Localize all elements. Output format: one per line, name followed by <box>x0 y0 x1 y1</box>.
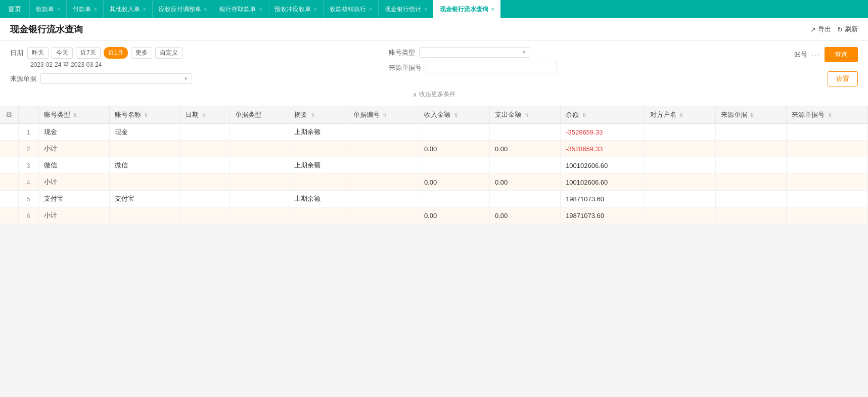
col-doc-type: 单据类型 <box>230 106 289 124</box>
close-icon[interactable]: × <box>424 7 427 12</box>
nav-home[interactable]: 首页 <box>0 0 29 18</box>
col-summary[interactable]: 摘要 ⇅ <box>289 106 348 124</box>
nav-tab-xianjinliushui[interactable]: 现金银行流水查询 × <box>433 0 500 18</box>
nav-tab-yinhangcunqu[interactable]: 银行存取款单 × <box>213 0 268 18</box>
col-source-doc[interactable]: 来源单据 ⇅ <box>715 106 786 124</box>
table-header-row: ⚙ 账号类型 ⇅ 账号名称 ⇅ 日期 ⇅ 单据类型 <box>0 106 868 124</box>
col-account-name[interactable]: 账号名称 ⇅ <box>109 106 180 124</box>
cell-source-doc <box>715 141 786 157</box>
cell-summary <box>289 141 348 157</box>
date-btn-yesterday[interactable]: 昨天 <box>27 47 49 59</box>
nav-tab-qitashouru[interactable]: 其他收入单 × <box>103 0 152 18</box>
nav-tab-shoukuanhexiao[interactable]: 收款核销执行 × <box>323 0 378 18</box>
cell-income <box>419 124 489 141</box>
date-btn-today[interactable]: 今天 <box>52 47 73 59</box>
gear-icon[interactable]: ⚙ <box>6 110 12 119</box>
header-actions: ↗ 导出 ↻ 刷新 <box>810 25 858 34</box>
nav-tab-xianjinyinhang-stat[interactable]: 现金银行统计 × <box>378 0 433 18</box>
row-num: 4 <box>18 174 38 191</box>
date-btn-custom[interactable]: 自定义 <box>155 47 182 59</box>
table-row: 3 微信 微信 上期余额 100102606.60 <box>0 157 868 174</box>
sort-icon: ⇅ <box>73 113 77 118</box>
cell-account-name <box>109 174 180 191</box>
col-rownum <box>18 106 38 124</box>
cell-counterparty <box>645 157 715 174</box>
close-icon[interactable]: × <box>314 7 317 12</box>
table-row: 6 小计 0.00 0.00 19871073.60 <box>0 207 868 224</box>
col-source-doc-num[interactable]: 来源单据号 ⇅ <box>786 106 867 124</box>
source-doc-select[interactable]: ▾ <box>40 73 192 84</box>
cell-doc-num <box>348 124 419 141</box>
cell-source-doc <box>715 124 786 141</box>
export-button[interactable]: ↗ 导出 <box>810 25 831 34</box>
row-num: 3 <box>18 157 38 174</box>
close-icon[interactable]: × <box>204 7 207 12</box>
refresh-button[interactable]: ↻ 刷新 <box>837 25 858 34</box>
close-icon[interactable]: × <box>57 7 60 12</box>
sort-icon: ⇅ <box>383 113 387 118</box>
cell-doc-type <box>230 124 289 141</box>
date-btn-1month[interactable]: 近1月 <box>104 47 128 59</box>
settings-button[interactable]: 设置 <box>828 71 858 86</box>
export-icon: ↗ <box>810 26 816 33</box>
nav-tab-shoukuandan[interactable]: 收款单 × <box>29 0 66 18</box>
cell-source-doc-num <box>786 157 867 174</box>
sort-icon: ⇅ <box>679 113 683 118</box>
sort-icon: ⇅ <box>582 113 586 118</box>
col-doc-num[interactable]: 单据编号 ⇅ <box>348 106 419 124</box>
nav-tab-fukuandan[interactable]: 付款单 × <box>66 0 103 18</box>
cell-balance: -3528659.33 <box>561 124 645 141</box>
close-icon[interactable]: × <box>369 7 372 12</box>
cell-counterparty <box>645 191 715 207</box>
cell-date <box>180 124 230 141</box>
cell-doc-num <box>348 141 419 157</box>
collapse-bar[interactable]: ∧ 收起更多条件 <box>10 88 858 100</box>
cell-account-type: 微信 <box>38 157 109 174</box>
cell-source-doc-num <box>786 174 867 191</box>
close-icon[interactable]: × <box>259 7 262 12</box>
cell-summary <box>289 207 348 224</box>
cell-expense <box>490 157 561 174</box>
close-icon[interactable]: × <box>94 7 97 12</box>
chevron-down-icon: ▾ <box>185 75 188 82</box>
col-counterparty[interactable]: 对方户名 ⇅ <box>645 106 715 124</box>
account-dots-button[interactable]: ··· <box>811 51 820 59</box>
cell-doc-num <box>348 157 419 174</box>
close-icon[interactable]: × <box>491 7 494 12</box>
row-settings <box>0 124 18 141</box>
cell-account-name: 支付宝 <box>109 191 180 207</box>
table-row: 2 小计 0.00 0.00 -3528659.33 <box>0 141 868 157</box>
cell-doc-type <box>230 157 289 174</box>
date-btn-more[interactable]: 更多 <box>131 47 152 59</box>
close-icon[interactable]: × <box>143 7 146 12</box>
table-row: 1 现金 现金 上期余额 -3528659.33 <box>0 124 868 141</box>
source-doc-num-label: 来源单据号 <box>389 63 422 72</box>
source-doc-num-input[interactable] <box>426 62 557 73</box>
cell-source-doc <box>715 157 786 174</box>
table-row: 4 小计 0.00 0.00 100102606.60 <box>0 174 868 191</box>
col-account-type[interactable]: 账号类型 ⇅ <box>38 106 109 124</box>
cell-balance: 100102606.60 <box>561 157 645 174</box>
cell-balance: 19871073.60 <box>561 207 645 224</box>
sort-icon: ⇅ <box>202 113 206 118</box>
query-button[interactable]: 查询 <box>825 47 858 62</box>
date-btn-7days[interactable]: 近7天 <box>76 47 101 59</box>
col-balance[interactable]: 余额 ⇅ <box>561 106 645 124</box>
date-label: 日期 <box>10 49 23 58</box>
nav-tab-yingshouyingfu[interactable]: 应收应付调整单 × <box>152 0 213 18</box>
col-date[interactable]: 日期 ⇅ <box>180 106 230 124</box>
col-income[interactable]: 收入金额 ⇅ <box>419 106 489 124</box>
cell-source-doc-num <box>786 191 867 207</box>
cell-balance: 19871073.60 <box>561 191 645 207</box>
row-settings <box>0 157 18 174</box>
sort-icon: ⇅ <box>828 113 832 118</box>
nav-tab-yushouchong[interactable]: 预收冲应收单 × <box>268 0 323 18</box>
cell-balance: -3528659.33 <box>561 141 645 157</box>
account-label: 账号 <box>794 50 807 59</box>
cell-summary <box>289 174 348 191</box>
row-settings <box>0 174 18 191</box>
account-type-label: 账号类型 <box>389 48 415 57</box>
account-type-select[interactable]: ▾ <box>419 47 530 58</box>
cell-counterparty <box>645 174 715 191</box>
col-expense[interactable]: 支出金额 ⇅ <box>490 106 561 124</box>
